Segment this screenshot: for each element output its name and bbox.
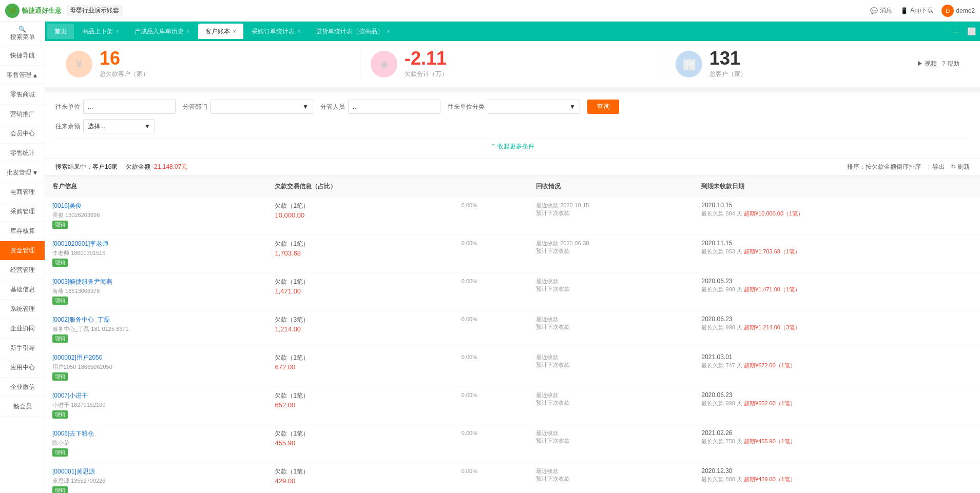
- overdue-link-3[interactable]: 超期¥1,471.00（1笔）: [744, 286, 800, 292]
- tab-purchase-stats-close[interactable]: ×: [298, 29, 301, 34]
- debt-amount-4[interactable]: 1,214.00: [275, 325, 447, 333]
- td-percent-5: 0.00%: [454, 348, 529, 386]
- top-bar-left: 🌿 畅捷通好生意 母婴行业演示账套: [5, 4, 123, 18]
- phone-icon: 📱: [900, 7, 908, 14]
- sidebar-item-marketing[interactable]: 营销推广: [0, 105, 45, 124]
- sidebar-item-collab[interactable]: 企业协同: [0, 319, 45, 339]
- overdue-link-6[interactable]: 超期¥652.00（1笔）: [744, 400, 796, 406]
- customer-name-2[interactable]: [0001020001]李老师: [52, 240, 260, 248]
- tab-expand-btn[interactable]: ⬜: [965, 26, 978, 36]
- tab-home[interactable]: 首页: [47, 24, 74, 39]
- result-info: 搜索结果中，客户16家 欠款金额 -21,148.07元: [55, 163, 187, 171]
- sidebar-item-inventory[interactable]: 库存核算: [0, 222, 45, 241]
- filter-dept-select[interactable]: ▼: [210, 100, 313, 114]
- refresh-label: 刷新: [957, 163, 970, 170]
- refresh-btn[interactable]: ↻ 刷新: [951, 163, 970, 171]
- sidebar-item-quick-nav[interactable]: 快捷导航: [0, 46, 45, 66]
- sidebar-item-guide[interactable]: 新手引导: [0, 339, 45, 358]
- debt-amount-5[interactable]: 672.00: [275, 363, 447, 371]
- td-debt-8: 欠款（1笔） 429.00: [267, 462, 454, 494]
- overdue-link-7[interactable]: 超期¥455.90（1笔）: [744, 438, 796, 444]
- tab-customer-account[interactable]: 客户账本 ×: [198, 24, 243, 39]
- search-button[interactable]: 查询: [587, 100, 619, 114]
- debt-amount-8[interactable]: 429.00: [275, 477, 447, 485]
- sidebar-item-retail-mgmt[interactable]: 零售管理 ▲: [0, 66, 45, 85]
- tab-products[interactable]: 商品上下架 ×: [75, 24, 126, 39]
- debt-count-8: 欠款（1笔）: [275, 467, 447, 476]
- debt-amount-3[interactable]: 1,471.00: [275, 287, 447, 295]
- sidebar-item-app-center[interactable]: 应用中心: [0, 358, 45, 378]
- customer-phone-3: 海燕 18513066976: [52, 287, 260, 295]
- app-download-label: App下载: [910, 6, 933, 15]
- customer-name-6[interactable]: [0007]小进干: [52, 391, 260, 400]
- customer-phone-1: 吴俊 13026203696: [52, 211, 260, 219]
- view-btn[interactable]: ▶ 视频: [917, 60, 937, 68]
- overdue-link-5[interactable]: 超期¥672.00（1笔）: [744, 362, 796, 368]
- overdue-link-2[interactable]: 超期¥1,703.68（1笔）: [744, 248, 800, 254]
- tab-collapse-btn[interactable]: —: [950, 26, 961, 36]
- result-bar: 搜索结果中，客户16家 欠款金额 -21,148.07元 排序：按欠款金额倒序排…: [45, 158, 980, 176]
- message-btn[interactable]: 💬 消息: [870, 6, 892, 15]
- tab-products-close[interactable]: ×: [116, 29, 119, 34]
- sidebar-item-system[interactable]: 系统管理: [0, 300, 45, 319]
- summary-card-debt: ◈ -2.11 欠款合计（万）: [360, 49, 665, 78]
- sidebar-search[interactable]: 🔍 搜索菜单: [0, 22, 45, 46]
- customer-name-4[interactable]: [0002]服务中心_丁磊: [52, 315, 260, 324]
- summary-card-actions: ▶ 视频 ? 帮助: [917, 60, 959, 68]
- td-debt-5: 欠款（1笔） 672.00: [267, 348, 454, 386]
- collab-label: 企业协同: [10, 325, 35, 332]
- sidebar-item-ecommerce[interactable]: 电商管理: [0, 183, 45, 202]
- app-download-btn[interactable]: 📱 App下载: [900, 6, 933, 15]
- td-due-2: 2020.11.15 最长欠款 853 天 超期¥1,703.68（1笔）: [694, 234, 980, 272]
- customer-name-7[interactable]: [0006]去下粮仓: [52, 429, 260, 438]
- filter-source-unit-input[interactable]: ...: [83, 100, 176, 114]
- tab-purchase-stats[interactable]: 采购订单统计表 ×: [244, 24, 308, 39]
- tab-warehouse-close[interactable]: ×: [187, 29, 190, 34]
- debt-percent-2: 0.00%: [462, 240, 477, 246]
- filter-collapse-btn[interactable]: ⌃ 收起更多条件: [55, 139, 970, 154]
- tab-stock-stats-close[interactable]: ×: [387, 29, 390, 34]
- customer-name-5[interactable]: [000002]用户2050: [52, 353, 260, 362]
- sort-label[interactable]: 排序：按欠款金额倒序排序: [847, 163, 921, 171]
- debt-amount-1[interactable]: 10,000.00: [275, 211, 447, 219]
- table-section: 客户信息 欠款交易信息（占比） 回收情况 到期未收款日期: [45, 177, 980, 493]
- sidebar-item-finance[interactable]: 资金管理: [0, 241, 45, 261]
- customer-name-3[interactable]: [0003]畅捷服务尹海燕: [52, 278, 260, 286]
- customer-tag-7: 现销: [52, 448, 68, 457]
- tab-customer-close[interactable]: ×: [233, 29, 236, 34]
- sidebar-item-retail-mall[interactable]: 零售商城: [0, 85, 45, 105]
- tab-stock-stats[interactable]: 进货单统计表（按商品） ×: [309, 24, 397, 39]
- filter-person-input[interactable]: ...: [348, 100, 440, 114]
- debt-label: 欠款合计（万）: [405, 70, 448, 78]
- sidebar-item-basic-info[interactable]: 基础信息: [0, 280, 45, 300]
- next-collect-8: 预计下次收款: [536, 475, 687, 483]
- chevron-down-dept-icon: ▼: [302, 103, 309, 110]
- debt-amount-7[interactable]: 455.90: [275, 439, 447, 447]
- tab-warehouse[interactable]: 产成品入库单历史 ×: [127, 24, 197, 39]
- sidebar-item-member[interactable]: 会员中心: [0, 124, 45, 144]
- table-row: [0007]小进干 小进干 18279152100 现销 欠款（1笔） 652.…: [45, 386, 980, 424]
- overdue-link-4[interactable]: 超期¥1,214.00（3笔）: [744, 324, 800, 330]
- user-area[interactable]: D demo2: [941, 5, 975, 17]
- sidebar-item-wholesale[interactable]: 批发管理 ▼: [0, 163, 45, 183]
- customer-name-8[interactable]: [000001]黄思源: [52, 467, 260, 476]
- filter-row-2: 往来余额 选择... ▼: [55, 119, 970, 133]
- help-btn[interactable]: ? 帮助: [942, 60, 959, 68]
- sidebar-item-retail-stats[interactable]: 零售统计: [0, 144, 45, 163]
- filter-balance-select[interactable]: 选择... ▼: [83, 119, 155, 133]
- overdue-link-1[interactable]: 超期¥10,000.00（1笔）: [744, 210, 803, 216]
- debt-amount-6[interactable]: 652.00: [275, 401, 447, 409]
- filter-class-select[interactable]: ▼: [488, 100, 580, 114]
- export-btn[interactable]: ↑ 导出: [927, 163, 944, 171]
- sidebar-item-purchase[interactable]: 采购管理: [0, 202, 45, 222]
- app-center-label: 应用中心: [10, 364, 35, 371]
- customer-name-1[interactable]: [0016]吴俊: [52, 202, 260, 210]
- overdue-link-8[interactable]: 超期¥429.00（1笔）: [744, 476, 796, 482]
- debt-amount-2[interactable]: 1,703.68: [275, 249, 447, 257]
- system-label: 系统管理: [10, 305, 35, 312]
- sidebar-item-operations[interactable]: 经营管理: [0, 261, 45, 280]
- sidebar-item-member2[interactable]: 畅会员: [0, 397, 45, 417]
- filter-classification: 往来单位分类 ▼: [448, 100, 580, 114]
- sidebar-item-wechat[interactable]: 企业微信: [0, 378, 45, 397]
- summary-icon-total: 🏢: [676, 51, 702, 77]
